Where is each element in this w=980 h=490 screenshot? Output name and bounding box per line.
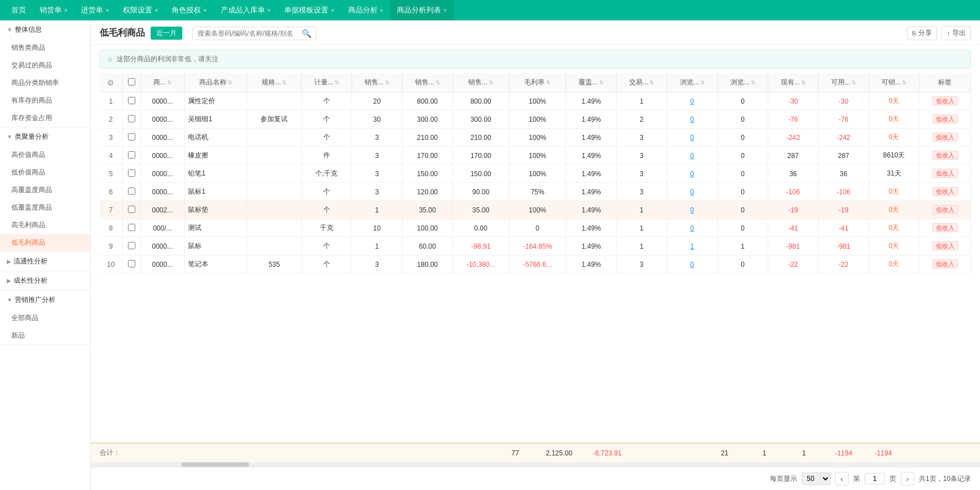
export-button[interactable]: ↑ 导出 (942, 26, 971, 40)
row-view1[interactable]: 0 (667, 183, 717, 201)
row-checkbox[interactable] (122, 183, 140, 201)
sidebar-item-capital[interactable]: 库存资金占用 (0, 109, 90, 127)
row-trade: 3 (617, 165, 667, 183)
row-checkbox[interactable] (122, 165, 140, 183)
sidebar-item-category-rate[interactable]: 商品分类助销率 (0, 74, 90, 92)
settings-icon[interactable]: ⚙ (107, 78, 114, 87)
row-select-checkbox[interactable] (128, 242, 135, 249)
page-number-input[interactable] (865, 473, 885, 484)
row-view1[interactable]: 0 (667, 255, 717, 274)
sidebar-section-header-marketing[interactable]: ▼ 营销推广分析 (0, 291, 90, 309)
col-name[interactable]: 商品名称⇅ (185, 73, 247, 92)
close-icon[interactable]: × (443, 7, 447, 14)
sidebar-section-header-overview[interactable]: ▼ 整体信息 (0, 20, 90, 39)
row-view1[interactable]: 0 (667, 165, 717, 183)
sidebar-item-low-margin[interactable]: 低毛利商品 (0, 234, 90, 252)
col-trade[interactable]: 交易...⇅ (617, 73, 667, 92)
nav-item-purchase[interactable]: 进货单 × (74, 0, 115, 20)
col-sellable[interactable]: 可销...⇅ (869, 73, 919, 92)
sidebar-section-header-growth[interactable]: ▶ 成长性分析 (0, 271, 90, 290)
col-sales-qty[interactable]: 销售...⇅ (352, 73, 402, 92)
col-view2[interactable]: 浏览...⇅ (717, 73, 768, 92)
search-box[interactable]: 🔍 (192, 27, 316, 40)
col-settings[interactable]: ⚙ (100, 73, 122, 92)
table-wrapper[interactable]: ⚙ 商...⇅ 商品名称⇅ 规格...⇅ 计量...⇅ 销售...⇅ 销售...… (91, 73, 980, 442)
nav-item-products[interactable]: 产成品入库单 × (214, 0, 277, 20)
col-sales-profit[interactable]: 销售...⇅ (453, 73, 510, 92)
row-select-checkbox[interactable] (128, 133, 135, 140)
close-icon[interactable]: × (267, 7, 271, 14)
col-coverage[interactable]: 覆盖...⇅ (566, 73, 617, 92)
row-view1[interactable]: 0 (667, 147, 717, 165)
col-code[interactable]: 商...⇅ (140, 73, 185, 92)
nav-item-sales[interactable]: 销货单 × (33, 0, 74, 20)
nav-item-roles[interactable]: 角色授权 × (165, 0, 213, 20)
close-icon[interactable]: × (64, 7, 67, 14)
prev-page-button[interactable]: ‹ (835, 472, 849, 485)
sidebar-item-sales-goods[interactable]: 销售类商品 (0, 39, 90, 57)
row-checkbox[interactable] (122, 129, 140, 147)
col-tag[interactable]: 标签 (919, 73, 971, 92)
nav-item-analysis[interactable]: 商品分析 × (341, 0, 390, 20)
row-select-checkbox[interactable] (128, 260, 135, 267)
close-icon[interactable]: × (105, 7, 109, 14)
row-select-checkbox[interactable] (128, 206, 135, 213)
sidebar-section-header-liquidity[interactable]: ▶ 流通性分析 (0, 252, 90, 271)
nav-item-permissions[interactable]: 权限设置 × (116, 0, 165, 20)
row-view1[interactable]: 0 (667, 110, 717, 129)
close-icon[interactable]: × (155, 7, 158, 14)
row-select-checkbox[interactable] (128, 115, 135, 122)
row-sales-qty: 1 (352, 237, 402, 255)
sidebar-item-traded-goods[interactable]: 交易过的商品 (0, 57, 90, 74)
col-current[interactable]: 现有...⇅ (768, 73, 818, 92)
search-input[interactable] (198, 29, 299, 37)
sidebar-item-high-value[interactable]: 高价值商品 (0, 146, 90, 164)
sidebar-item-low-coverage[interactable]: 低覆盖度商品 (0, 199, 90, 216)
sort-icon: ⇅ (167, 79, 172, 86)
close-icon[interactable]: × (203, 7, 207, 14)
page-size-select[interactable]: 50 100 200 (802, 472, 831, 485)
row-checkbox[interactable] (122, 255, 140, 274)
close-icon[interactable]: × (331, 7, 334, 14)
share-button[interactable]: ⎘ 分享 (907, 26, 937, 40)
col-unit[interactable]: 计量...⇅ (301, 73, 352, 92)
col-view1[interactable]: 浏览...⇅ (667, 73, 717, 92)
row-checkbox[interactable] (122, 110, 140, 129)
row-checkbox[interactable] (122, 92, 140, 110)
row-checkbox[interactable] (122, 237, 140, 255)
nav-item-home[interactable]: 首页 (5, 0, 33, 20)
select-all-checkbox[interactable] (128, 78, 135, 86)
row-select-checkbox[interactable] (128, 169, 135, 177)
row-view1[interactable]: 1 (667, 237, 717, 255)
col-available[interactable]: 可用...⇅ (818, 73, 868, 92)
nav-item-analysis-list[interactable]: 商品分析列表 × (390, 0, 453, 20)
row-view1[interactable]: 0 (667, 92, 717, 110)
search-icon: 🔍 (302, 29, 311, 38)
col-sales-price[interactable]: 销售...⇅ (402, 73, 452, 92)
sidebar-item-new-goods[interactable]: 新品 (0, 327, 90, 344)
sidebar-section-header-cluster[interactable]: ▼ 类聚量分析 (0, 127, 90, 146)
col-check[interactable] (122, 73, 140, 92)
row-trade: 3 (617, 183, 667, 201)
row-checkbox[interactable] (122, 147, 140, 165)
next-page-button[interactable]: › (901, 472, 914, 485)
row-select-checkbox[interactable] (128, 151, 135, 159)
sidebar-item-all-goods[interactable]: 全部商品 (0, 309, 90, 327)
row-checkbox[interactable] (122, 201, 140, 219)
nav-item-templates[interactable]: 单据模板设置 × (277, 0, 341, 20)
sidebar-item-in-stock[interactable]: 有库存的商品 (0, 92, 90, 109)
sidebar-item-low-value[interactable]: 低价值商品 (0, 164, 90, 181)
close-icon[interactable]: × (380, 7, 383, 14)
row-select-checkbox[interactable] (128, 224, 135, 231)
row-view1[interactable]: 0 (667, 219, 717, 237)
row-select-checkbox[interactable] (128, 97, 135, 104)
col-margin[interactable]: 毛利率⇅ (509, 73, 566, 92)
col-spec[interactable]: 规格...⇅ (247, 73, 301, 92)
row-view1[interactable]: 0 (667, 201, 717, 219)
row-view1[interactable]: 0 (667, 129, 717, 147)
row-checkbox[interactable] (122, 219, 140, 237)
sidebar-item-high-coverage[interactable]: 高覆盖度商品 (0, 181, 90, 199)
date-filter-button[interactable]: 近一月 (151, 27, 182, 40)
sidebar-item-high-margin[interactable]: 高毛利商品 (0, 216, 90, 234)
row-select-checkbox[interactable] (128, 188, 135, 195)
